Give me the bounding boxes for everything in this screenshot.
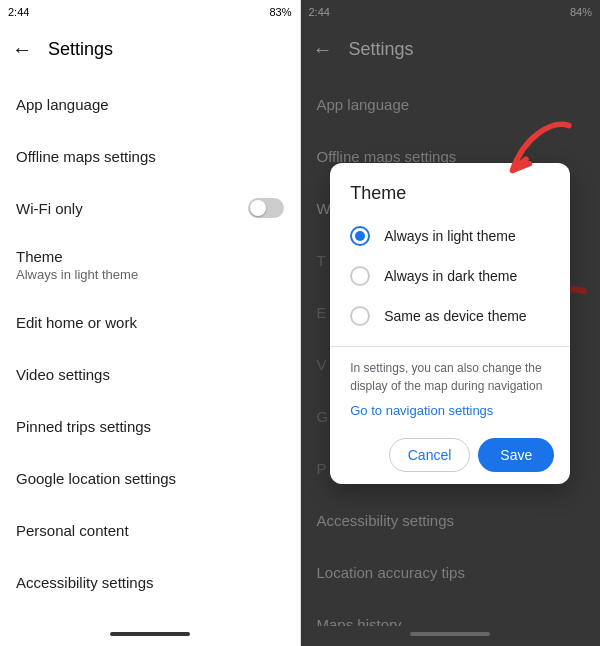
left-item-offline-maps[interactable]: Offline maps settings — [0, 130, 300, 182]
left-item-personal-content-title: Personal content — [16, 522, 284, 539]
left-back-button[interactable]: ← — [12, 38, 32, 61]
left-item-app-language[interactable]: App language — [0, 78, 300, 130]
radio-option-dark[interactable]: Always in dark theme — [330, 256, 570, 296]
left-screen-title: Settings — [48, 39, 113, 60]
theme-dialog: Theme Always in light theme Always in da… — [330, 163, 570, 484]
left-settings-list: App language Offline maps settings Wi-Fi… — [0, 74, 300, 626]
radio-option-device[interactable]: Same as device theme — [330, 296, 570, 336]
left-item-pinned-trips[interactable]: Pinned trips settings — [0, 400, 300, 452]
left-item-video-title: Video settings — [16, 366, 284, 383]
left-panel: 2:44 83% ← Settings App language Offline… — [0, 0, 300, 646]
left-item-edit-home-title: Edit home or work — [16, 314, 284, 331]
dialog-title: Theme — [330, 183, 570, 216]
radio-circle-device — [350, 306, 370, 326]
left-home-indicator — [110, 632, 190, 636]
left-item-app-language-title: App language — [16, 96, 284, 113]
left-item-theme-title: Theme — [16, 248, 284, 265]
radio-circle-light — [350, 226, 370, 246]
dialog-actions: Cancel Save — [330, 430, 570, 484]
radio-label-dark: Always in dark theme — [384, 268, 517, 284]
left-item-pinned-trips-title: Pinned trips settings — [16, 418, 284, 435]
left-home-bar — [0, 626, 300, 646]
left-battery-text: 83% — [269, 6, 291, 18]
left-item-offline-maps-title: Offline maps settings — [16, 148, 284, 165]
left-item-wifi-title: Wi-Fi only — [16, 200, 83, 217]
left-item-theme-subtitle: Always in light theme — [16, 267, 284, 282]
left-item-google-location-title: Google location settings — [16, 470, 284, 487]
left-item-location-accuracy[interactable]: Location accuracy tips — [0, 608, 300, 626]
radio-circle-dark — [350, 266, 370, 286]
dialog-nav-link[interactable]: Go to navigation settings — [330, 399, 570, 430]
left-item-wifi[interactable]: Wi-Fi only — [0, 182, 300, 234]
radio-inner-light — [355, 231, 365, 241]
dialog-cancel-button[interactable]: Cancel — [389, 438, 471, 472]
right-red-arrow — [490, 113, 580, 183]
left-top-bar: ← Settings — [0, 24, 300, 74]
dialog-overlay: Theme Always in light theme Always in da… — [301, 0, 601, 646]
radio-label-device: Same as device theme — [384, 308, 526, 324]
left-item-video[interactable]: Video settings — [0, 348, 300, 400]
dialog-save-button[interactable]: Save — [478, 438, 554, 472]
right-panel: 2:44 84% ← Settings App language Offline… — [301, 0, 601, 646]
left-item-edit-home[interactable]: Edit home or work — [0, 296, 300, 348]
wifi-toggle-knob — [250, 200, 266, 216]
wifi-toggle[interactable] — [248, 198, 284, 218]
dialog-info-text: In settings, you can also change the dis… — [330, 347, 570, 399]
left-battery: 83% — [269, 6, 291, 18]
left-item-theme[interactable]: Theme Always in light theme — [0, 234, 300, 296]
left-item-google-location[interactable]: Google location settings — [0, 452, 300, 504]
radio-option-light[interactable]: Always in light theme — [330, 216, 570, 256]
left-status-bar: 2:44 83% — [0, 0, 300, 24]
left-item-personal-content[interactable]: Personal content — [0, 504, 300, 556]
left-item-accessibility-title: Accessibility settings — [16, 574, 284, 591]
radio-label-light: Always in light theme — [384, 228, 516, 244]
left-time: 2:44 — [8, 6, 29, 18]
left-item-accessibility[interactable]: Accessibility settings — [0, 556, 300, 608]
wifi-toggle-row: Wi-Fi only — [16, 198, 284, 218]
